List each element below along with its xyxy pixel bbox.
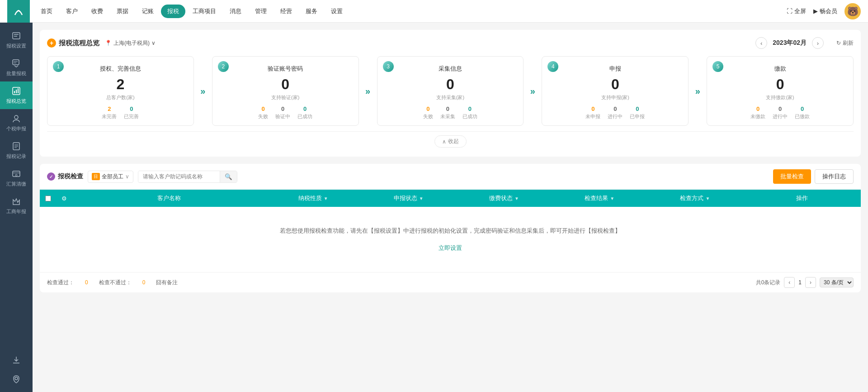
- nav-accounting[interactable]: 记账: [136, 5, 160, 18]
- nav-service[interactable]: 服务: [299, 5, 324, 18]
- step-1-title: 授权、完善信息: [55, 65, 186, 73]
- first-page-btn[interactable]: ‹: [784, 277, 795, 288]
- step-3-card: 3 采集信息 0 支持采集(家) 0 失败 0 未采集: [377, 56, 524, 126]
- per-page-select[interactable]: 30 条/页: [820, 277, 854, 287]
- nav-client[interactable]: 客户: [60, 5, 84, 18]
- pass-count[interactable]: 0: [85, 279, 88, 286]
- step-5-card: 5 缴款 0 支持缴款(家) 0 未缴款 0 进行中: [707, 56, 854, 126]
- batch-check-btn[interactable]: 批量检查: [773, 169, 811, 184]
- stat-item: 0 失败: [423, 105, 433, 120]
- sidebar-item-tax-settle[interactable]: 汇算清缴: [0, 164, 33, 192]
- nav-business[interactable]: 工商项目: [186, 5, 222, 18]
- search-button[interactable]: 🔍: [220, 171, 237, 182]
- location-icon: [11, 374, 21, 384]
- nav-tax[interactable]: 报税: [161, 5, 185, 18]
- svg-point-10: [14, 115, 18, 119]
- member-btn[interactable]: ▶ 畅会员: [813, 7, 837, 15]
- filter-icon[interactable]: ▼: [324, 196, 328, 201]
- collapse-btn[interactable]: ∧ 收起: [434, 135, 467, 148]
- step-arrow-3: »: [524, 56, 542, 126]
- stat-item: 0 已成功: [297, 105, 312, 120]
- location-badge[interactable]: 📍 上海(电子税局) ∨: [105, 39, 156, 47]
- sidebar-item-personal-tax[interactable]: 个税申报: [0, 109, 33, 137]
- plus-icon: +: [47, 38, 56, 48]
- check-footer: 检查通过： 0 检查不通过： 0 囧有备注 共0条记录 ‹ 1 › 30 条/页: [40, 272, 861, 292]
- note-label: 囧有备注: [156, 279, 178, 287]
- sidebar-item-tax-settings[interactable]: 报税设置: [0, 26, 33, 54]
- step-3-stats: 0 失败 0 未采集 0 已成功: [385, 105, 516, 120]
- step-2-label: 支持验证(家): [220, 94, 351, 101]
- table-empty: 若您想使用报税检查功能，请先在【报税设置】中进行报税的初始化设置，完成密码验证和…: [40, 207, 861, 272]
- operation-log-btn[interactable]: 操作日志: [815, 169, 854, 184]
- total-records: 共0条记录: [756, 279, 781, 287]
- setup-link[interactable]: 立即设置: [439, 244, 462, 251]
- sidebar-item-tax-record[interactable]: 报税记录: [0, 137, 33, 164]
- sidebar-item-business-report[interactable]: 工商年报: [0, 192, 33, 220]
- th-checkbox[interactable]: [40, 190, 56, 207]
- table-header: ⚙ 客户名称 纳税性质 ▼ 申报状态 ▼ 缴费状态 ▼ 检查结果 ▼: [40, 190, 861, 207]
- overview-title: + 报税流程总览: [47, 38, 99, 48]
- staff-selector[interactable]: 目 全部员工 ∨: [88, 171, 133, 183]
- sidebar-item-overview[interactable]: 报税总览: [0, 81, 33, 109]
- pass-label: 检查通过：: [47, 279, 74, 287]
- refresh-btn[interactable]: ↻ 刷新: [836, 39, 854, 47]
- select-all-checkbox[interactable]: [45, 196, 51, 201]
- tax-record-icon: [11, 141, 21, 151]
- prev-month-btn[interactable]: ‹: [755, 37, 767, 49]
- sidebar-item-location[interactable]: [0, 369, 33, 388]
- step-arrow-1: »: [194, 56, 212, 126]
- stat-item: 0 未缴款: [750, 105, 765, 120]
- nav-message[interactable]: 消息: [223, 5, 248, 18]
- nav-operation[interactable]: 经营: [274, 5, 298, 18]
- fullscreen-btn[interactable]: ⛶ 全屏: [787, 7, 806, 15]
- check-header: ✓ 报税检查 目 全部员工 ∨ 🔍 批量检查 操作日志: [40, 164, 861, 190]
- step-arrow-4: »: [689, 56, 707, 126]
- download-icon: [11, 355, 21, 365]
- stat-item: 0 进行中: [773, 105, 788, 120]
- stat-item: 0 未采集: [440, 105, 455, 120]
- search-icon: 🔍: [225, 173, 232, 180]
- nav-home[interactable]: 首页: [34, 5, 59, 18]
- step-3-label: 支持采集(家): [385, 94, 516, 101]
- app-logo: [7, 0, 30, 23]
- filter-icon[interactable]: ▼: [610, 196, 614, 201]
- step-arrow-2: »: [359, 56, 377, 126]
- tax-overview-icon: [11, 86, 21, 96]
- sidebar-item-batch-tax[interactable]: 批量报税: [0, 54, 33, 81]
- filter-icon[interactable]: ▼: [705, 196, 710, 201]
- step-5-count: 0: [714, 76, 846, 92]
- next-page-btn[interactable]: ›: [805, 277, 816, 288]
- nav-settings[interactable]: 设置: [325, 5, 349, 18]
- check-actions: 批量检查 操作日志: [773, 169, 854, 184]
- step-3-num: 3: [383, 61, 394, 72]
- filter-icon[interactable]: ▼: [419, 196, 424, 201]
- next-month-btn[interactable]: ›: [812, 37, 824, 49]
- fail-count[interactable]: 0: [142, 279, 146, 286]
- step-4-card: 4 申报 0 支持申报(家) 0 未申报 0 进行中: [542, 56, 689, 126]
- nav-invoice[interactable]: 票据: [110, 5, 135, 18]
- staff-icon: 目: [92, 173, 100, 180]
- th-gear[interactable]: ⚙: [56, 190, 72, 207]
- step-1-card: 1 授权、完善信息 2 总客户数(家) 2 未完善 0 已完善: [47, 56, 194, 126]
- stat-item: 0 已缴款: [795, 105, 810, 120]
- search-box: 🔍: [138, 171, 237, 183]
- avatar[interactable]: 🐻: [844, 3, 861, 19]
- nav-manage[interactable]: 管理: [249, 5, 273, 18]
- overview-card: + 报税流程总览 📍 上海(电子税局) ∨ ‹ 2023年02月 › ↻ 刷新: [40, 30, 861, 157]
- step-1-count: 2: [55, 76, 186, 92]
- nav-fee[interactable]: 收费: [85, 5, 109, 18]
- step-2-stats: 0 失败 0 验证中 0 已成功: [220, 105, 351, 120]
- dropdown-chevron-icon: ∨: [151, 40, 156, 46]
- th-pay-status: 缴费状态 ▼: [456, 190, 552, 207]
- filter-icon[interactable]: ▼: [514, 196, 519, 201]
- step-5-num: 5: [712, 61, 723, 72]
- play-icon: ▶: [813, 8, 818, 14]
- th-customer-name: 客户名称: [72, 190, 265, 207]
- search-input[interactable]: [138, 171, 220, 182]
- th-check-method: 检查方式 ▼: [647, 190, 743, 207]
- step-2-card: 2 验证账号密码 0 支持验证(家) 0 失败 0 验证中: [212, 56, 359, 126]
- gear-icon: ⚙: [61, 195, 67, 202]
- tax-settle-icon: [11, 169, 21, 179]
- sidebar-item-download[interactable]: [0, 350, 33, 369]
- stat-item: 0 已成功: [462, 105, 477, 120]
